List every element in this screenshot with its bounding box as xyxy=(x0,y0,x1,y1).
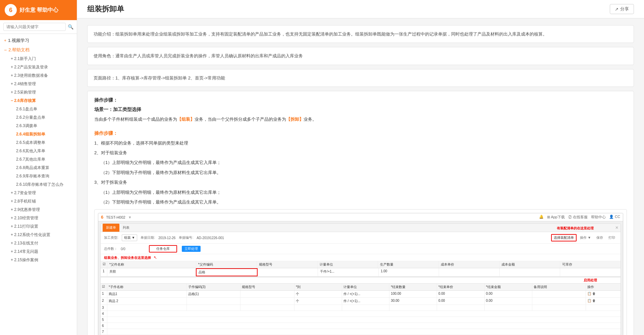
expand-icon-2-14: + xyxy=(11,249,13,254)
sim-assign-btn: 选择装配清单 xyxy=(551,234,577,241)
sim-lower-grid: ☑ *子件名称 子件编码(3) 规格型号 *到 计量单位 *结束数量 *结束单价… xyxy=(101,283,621,335)
sidebar-item-2-6-4[interactable]: 2.6.4组装拆卸单 xyxy=(12,130,77,138)
screenshot-sim: 6 TEST-H002 ▼ 🔔 ⊞ App下载 ② 在线客服 帮助中心 👤 CC xyxy=(98,213,623,335)
expand-icon-2-13: + xyxy=(11,241,13,245)
lcol-qty: *到 xyxy=(294,284,342,290)
sidebar-item-2-1[interactable]: + 2.1新手入门 xyxy=(7,55,77,63)
lcol-remark: 备用说明 xyxy=(532,284,586,290)
sidebar-item-2-6-5[interactable]: 2.6.5成本调整单 xyxy=(12,138,77,147)
sidebar-item-2-5[interactable]: + 2.5采购管理 xyxy=(7,88,77,97)
annotation1: 有装配清单的在这里处理 xyxy=(557,226,594,231)
role-block: 使用角色：通常由生产人员或库管人员完成折装业务的操作，库管人员确认原材料的出库和… xyxy=(87,47,634,65)
lrow1: 1 商品1 品格(1) 个 件 / +(+1)... 100.00 0.00 0… xyxy=(101,291,621,298)
cell-num: 1.00 xyxy=(379,268,439,276)
cell-spec xyxy=(258,268,318,276)
sim-confirm-btn: 立即处理 xyxy=(182,246,201,252)
expand-icon-2-5: + xyxy=(11,90,13,95)
main-header: 组装拆卸单 ↗ 分享 xyxy=(77,0,644,18)
share-button[interactable]: ↗ 分享 xyxy=(610,4,634,14)
scene1-title: 场景一：加工类型选择 xyxy=(94,107,627,113)
lcol-spec: 规格型号 xyxy=(240,284,294,290)
sim-icon-apps: ⊞ App下载 xyxy=(547,215,565,220)
ops-title: 操作步骤： xyxy=(94,97,627,103)
nav-group-docs: − 2.帮助文档 + 2.1新手入门 + 2.2产品安装及登录 + 2.3使用前… xyxy=(0,45,77,264)
expand-icon-2-10: + xyxy=(11,216,13,220)
search-icon[interactable]: 🔍 xyxy=(68,24,73,30)
expand-icon-2-9: + xyxy=(11,207,13,212)
sidebar-item-2-7[interactable]: + 2.7资金管理 xyxy=(7,189,77,197)
sim-process-label: 任务仓库 xyxy=(156,247,170,250)
sidebar-item-2-12[interactable]: + 2.12系统个性化设置 xyxy=(7,231,77,239)
sim-app-header: 6 TEST-H002 ▼ 🔔 ⊞ App下载 ② 在线客服 帮助中心 👤 CC xyxy=(98,213,623,221)
sidebar-item-2-2[interactable]: + 2.2产品安装及登录 xyxy=(7,63,77,71)
lrow3: 3 xyxy=(101,305,621,311)
lcol-unit: 计量单位 xyxy=(342,284,390,290)
sidebar-item-2-6-1[interactable]: 2.6.1盘点单 xyxy=(12,105,77,113)
col-code: *父件编码 xyxy=(196,261,257,268)
sim-close-icon: ✕ xyxy=(615,225,619,230)
sidebar-item-2-11[interactable]: + 2.11打印设置 xyxy=(7,222,77,231)
sim-process-area: 任务仓库 xyxy=(149,245,177,253)
sim-icon-help: ② 在线客服 xyxy=(568,215,588,220)
expand-icon-2-1: + xyxy=(11,56,13,61)
steps-section: 操作步骤： 场景一：加工类型选择 当由多个子件材料组装成一个成品的业务为【组装】… xyxy=(87,91,634,335)
sidebar-item-2-3[interactable]: + 2.3使用前数据准备 xyxy=(7,71,77,80)
sim-lower-header: ☑ *子件名称 子件编码(3) 规格型号 *到 计量单位 *结束数量 *结束单价… xyxy=(101,283,621,291)
sidebar-item-2-6-3[interactable]: 2.6.3调拨单 xyxy=(12,122,77,130)
lrow6: 6 xyxy=(101,323,621,329)
nav-tree: + 1.视频学习 − 2.帮助文档 + 2.1新手入门 + 2.2产品安装及登录 xyxy=(0,34,77,335)
lrow2: 2 商品 2 个 件 / +(+1)... 30.00 0.00 0.00 xyxy=(101,298,621,305)
sidebar-item-2-6-9[interactable]: 2.6.9库存账本查询 xyxy=(12,172,77,180)
nav-item-docs[interactable]: − 2.帮助文档 xyxy=(0,45,77,55)
sim-dropdown: ▼ xyxy=(128,215,132,219)
sim-sub-header: 总件数： 0/0 任务仓库 立即处理 xyxy=(101,244,621,254)
annotation2-arrow: ↖ xyxy=(154,255,157,260)
sidebar-item-2-6[interactable]: − 2.6库存核算 xyxy=(7,97,77,105)
sidebar-item-2-13[interactable]: + 2.13在线支付 xyxy=(7,239,77,247)
step3-label: 3、对于拆装业务 xyxy=(94,178,627,186)
expand-icon-2-15: + xyxy=(11,258,13,262)
sidebar-item-2-6-7[interactable]: 2.6.7其他出库单 xyxy=(12,155,77,164)
screenshot-wrapper: 6 TEST-H002 ▼ 🔔 ⊞ App下载 ② 在线客服 帮助中心 👤 CC xyxy=(94,209,627,335)
search-box: 🔍 xyxy=(0,20,77,34)
sidebar-item-2-8[interactable]: + 2.8手机旺铺 xyxy=(7,197,77,206)
sidebar-item-2-9[interactable]: + 2.9优惠券管理 xyxy=(7,206,77,214)
col-check: ☑ xyxy=(101,261,107,268)
path-block: 页面路径：1、库存核算->库存管理->组装拆卸单 2、首页->常用功能 xyxy=(87,69,634,87)
sidebar-item-2-4[interactable]: + 2.4销售管理 xyxy=(7,80,77,88)
sidebar-item-2-6-6[interactable]: 2.6.6其他入库单 xyxy=(12,147,77,155)
nav-label-videos: 1.视频学习 xyxy=(8,38,29,44)
sim-icon-user: 帮助中心 xyxy=(591,215,606,220)
col-name: *父件名称 xyxy=(107,261,196,268)
cell-qty: 千件/+1... xyxy=(318,268,379,276)
logo-icon: 6 xyxy=(5,4,17,16)
expand-icon-2-11: + xyxy=(11,224,13,229)
sim-upper-header: ☑ *父件名称 *父件编码 规格型号 计量单位 生产数量 成本单价 成本金额 可… xyxy=(101,261,621,268)
col-num: 生产数量 xyxy=(378,261,439,268)
sim-right-btns: 选择装配清单 操作 ▼ 保存 打印 xyxy=(551,234,617,241)
annotation3: 启用处理 xyxy=(584,278,597,283)
sidebar-item-2-6-10[interactable]: 2.6.10库存账本错了怎么办 xyxy=(12,180,77,189)
sidebar-item-2-6-8[interactable]: 2.6.8商品成本重算 xyxy=(12,164,77,172)
expand-icon-2-12: + xyxy=(11,232,13,237)
scene1-desc: 当由多个子件材料组装成一个成品的业务为【组装】业务，当由一个父件拆分成多个子产品… xyxy=(94,115,627,123)
step3-sub1: （1）上部明细为父件明细，最终作为原材料生成其它出库单； xyxy=(101,188,627,196)
path-text: 页面路径：1、库存核算->库存管理->组装拆卸单 2、首页->常用功能 xyxy=(94,75,225,80)
intro-block: 功能介绍：组装拆卸单用来处理企业组装或拆卸等加工业务，支持有固定装配清单的产品加… xyxy=(87,25,634,43)
cell-code-highlighted: 品格 xyxy=(196,268,258,276)
sim-tabs-row: 新建单 列表 ✕ xyxy=(101,224,621,232)
sim-count-val: 0/0 xyxy=(121,247,125,251)
lcol-cost2: *结束金额 xyxy=(485,284,532,290)
sim-id-val: AD-20191226-001 xyxy=(197,236,224,240)
sim-annotation3-row: 启用处理 xyxy=(101,277,621,283)
sim-more-btn: 操作 ▼ xyxy=(578,235,593,241)
sidebar-item-2-6-2[interactable]: 2.6.2分量盘点单 xyxy=(12,113,77,122)
sim-icon-bell: 🔔 xyxy=(539,215,544,220)
sidebar-item-2-14[interactable]: + 2.14常见问题 xyxy=(7,247,77,256)
cell-name: 关联 xyxy=(107,268,196,276)
nav-item-videos[interactable]: + 1.视频学习 xyxy=(0,36,77,45)
sidebar-header: 6 好生意 帮助中心 xyxy=(0,0,77,20)
sidebar-item-2-15[interactable]: + 2.15操作案例 xyxy=(7,256,77,264)
search-input[interactable] xyxy=(3,23,66,31)
sidebar-item-2-10[interactable]: + 2.10经营管理 xyxy=(7,214,77,222)
